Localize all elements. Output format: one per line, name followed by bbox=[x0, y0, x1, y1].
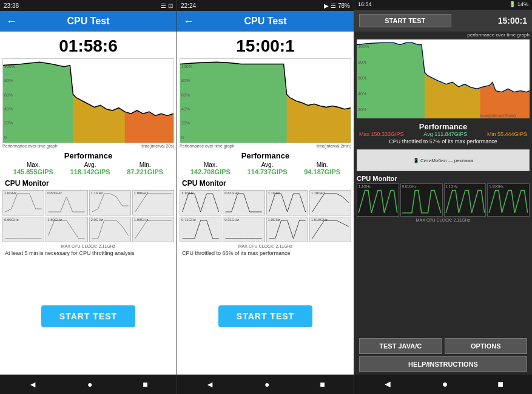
svg-text:40%: 40% bbox=[4, 106, 13, 112]
perf-row-2: Max. 142.708GIPS Avg. 114.737GIPS Min. 9… bbox=[182, 161, 349, 175]
perf-title-1: Performance bbox=[5, 151, 172, 160]
status-icons-1: ☰ ⊡ bbox=[161, 2, 173, 9]
status-bar-2: 22:24 ▶ ☰ 78% bbox=[177, 0, 354, 11]
svg-text:80%: 80% bbox=[181, 78, 190, 83]
p3-cpu-grid: 1.1GHz 0.61GHz 1.1GHz 1.10GHz bbox=[357, 183, 530, 217]
title-bar-1: ← CPU Test bbox=[0, 11, 177, 32]
p3-bottom-btns: TEST JAVA/C OPTIONS HELP/INSTRUCTIONS bbox=[354, 336, 532, 375]
cpu-monitor-title-1: CPU Monitor bbox=[0, 178, 177, 189]
options-button[interactable]: OPTIONS bbox=[445, 338, 528, 354]
timer-1: 01:58:6 bbox=[0, 32, 177, 58]
status-bar-1: 23:38 ☰ ⊡ bbox=[0, 0, 177, 11]
p3-perf-row: Max 150.333GIPS Avg 111.847GIPS Min 55.4… bbox=[359, 131, 527, 137]
nav-back-3[interactable]: ◄ bbox=[383, 379, 392, 390]
status-time-3: 16:54 bbox=[358, 1, 372, 8]
graph-labels-2: Performance over time graph time(interva… bbox=[177, 143, 354, 149]
graph-right-label-1: time(interval 20s) bbox=[141, 144, 174, 148]
cpu-monitor-grid-1: 1.0GHz 0.60GHz 1.1GHz 1.80GHz 0.60GHz 1.… bbox=[0, 189, 177, 243]
cpu-monitor-grid-2: 1.1GHz 0.61GHz 1.1GHz 1.10GHz 0.71GHz 0.… bbox=[177, 189, 354, 243]
p3-graph: 100% 80% 60% 40% 20% time(interval 2min) bbox=[357, 39, 530, 118]
p3-start-button[interactable]: START TEST bbox=[359, 14, 451, 27]
svg-text:80%: 80% bbox=[4, 78, 13, 83]
nav-bar-2: ◄ ● ■ bbox=[177, 375, 354, 394]
panel-1: 23:38 ☰ ⊡ ← CPU Test 01:58:6 100% 80% 60… bbox=[0, 0, 177, 394]
cpu-core-2-1: 1.1GHz bbox=[180, 190, 221, 216]
svg-text:0: 0 bbox=[181, 134, 184, 140]
p3-perf-area: Performance Max 150.333GIPS Avg 111.847G… bbox=[354, 120, 532, 148]
help-instructions-button[interactable]: HELP/INSTRUCTIONS bbox=[359, 356, 527, 372]
nav-home-3[interactable]: ● bbox=[442, 379, 448, 390]
p3-perf-title: Performance bbox=[359, 122, 527, 131]
start-button-1[interactable]: START TEST bbox=[41, 305, 135, 327]
p3-timer: 15:00:1 bbox=[451, 16, 528, 25]
svg-marker-10 bbox=[287, 94, 351, 143]
p3-header: START TEST 15:00:1 bbox=[354, 10, 532, 32]
svg-text:60%: 60% bbox=[4, 92, 13, 97]
throttle-msg-2: CPU throttled to 66% of its max performa… bbox=[177, 249, 354, 257]
p3-max-cpu-label: MAX CPU CLOCK: 2.11GHz bbox=[357, 217, 530, 223]
cpu-core-2-3: 1.1GHz bbox=[266, 190, 308, 216]
p3-cpu-core-2: 0.61GHz bbox=[400, 183, 443, 217]
p3-cpu-monitor: CPU Monitor 1.1GHz 0.61GHz 1.1GHz bbox=[354, 172, 532, 225]
graph-1: 100% 80% 60% 40% 20% 0 bbox=[2, 58, 174, 143]
p3-cpu-monitor-title: CPU Monitor bbox=[357, 174, 530, 183]
back-arrow-1[interactable]: ← bbox=[6, 15, 17, 28]
start-btn-container-2: START TEST bbox=[177, 257, 354, 375]
status-icons-3: 🔋 14% bbox=[509, 1, 528, 8]
cpu-core-4: 1.80GHz bbox=[132, 190, 174, 216]
cpu-core-2-5: 0.71GHz bbox=[180, 217, 221, 242]
perf-row-1: Max. 145.855GIPS Avg. 118.142GIPS Min. 8… bbox=[5, 161, 172, 175]
cpu-core-6: 1.80GHz bbox=[45, 217, 87, 242]
svg-text:100%: 100% bbox=[4, 64, 16, 69]
timer-2: 15:00:1 bbox=[177, 32, 354, 58]
svg-text:20%: 20% bbox=[181, 120, 190, 126]
panel-3: 16:54 🔋 14% START TEST 15:00:1 performan… bbox=[354, 0, 532, 394]
cpu-core-2-4: 1.10GHz bbox=[309, 190, 351, 216]
status-icons-2: ▶ ☰ 78% bbox=[324, 2, 350, 9]
svg-text:60%: 60% bbox=[181, 92, 190, 97]
cpu-core-3: 1.1GHz bbox=[89, 190, 131, 216]
perf-section-1: Performance Max. 145.855GIPS Avg. 118.14… bbox=[0, 149, 177, 178]
nav-bar-1: ◄ ● ■ bbox=[0, 375, 177, 394]
perf-section-2: Performance Max. 142.708GIPS Avg. 114.73… bbox=[177, 149, 354, 178]
test-java-button[interactable]: TEST JAVA/C bbox=[359, 338, 442, 354]
cpu-core-2-6: 0.31GHz bbox=[223, 217, 264, 242]
cpu-core-2: 0.60GHz bbox=[45, 190, 87, 216]
nav-home-2[interactable]: ● bbox=[264, 379, 269, 389]
cpu-monitor-title-2: CPU Monitor bbox=[177, 178, 354, 189]
svg-text:20%: 20% bbox=[358, 107, 367, 112]
svg-text:60%: 60% bbox=[358, 75, 367, 81]
p3-throttle-msg: CPU throttled to 57% of its max performa… bbox=[359, 137, 527, 146]
panel-2: 22:24 ▶ ☰ 78% ← CPU Test 15:00:1 100% 80… bbox=[177, 0, 354, 394]
nav-recent-2[interactable]: ■ bbox=[320, 379, 325, 389]
p3-perf-min: Min 55.444GIPS bbox=[487, 131, 527, 137]
svg-text:0: 0 bbox=[4, 134, 7, 140]
nav-home-1[interactable]: ● bbox=[87, 379, 92, 389]
p3-graph-top-label: performance over time graph bbox=[354, 32, 532, 38]
graph-labels-1: Performance over time graph time(interva… bbox=[0, 143, 177, 149]
svg-text:40%: 40% bbox=[181, 106, 190, 112]
p3-perf-max: Max 150.333GIPS bbox=[359, 131, 404, 137]
nav-recent-1[interactable]: ■ bbox=[143, 379, 147, 389]
nav-back-2[interactable]: ◄ bbox=[206, 379, 214, 389]
cpu-core-1: 1.0GHz bbox=[2, 190, 44, 216]
cpu-core-8: 1.90GHz bbox=[132, 217, 174, 242]
cpu-core-2-8: 1.016GHz bbox=[309, 217, 351, 242]
start-btn-container-1: START TEST bbox=[0, 257, 177, 375]
back-arrow-2[interactable]: ← bbox=[183, 15, 194, 28]
p3-cpu-core-3: 1.1GHz bbox=[444, 183, 487, 217]
max-cpu-label-1: MAX CPU CLOCK: 2.11GHz bbox=[0, 243, 177, 249]
perf-title-2: Performance bbox=[182, 151, 349, 160]
graph-2: 100% 80% 60% 40% 20% 0 bbox=[180, 58, 351, 143]
title-bar-2: ← CPU Test bbox=[177, 11, 354, 32]
nav-bar-3: ◄ ● ■ bbox=[354, 375, 532, 394]
p3-cpu-core-4: 1.10GHz bbox=[487, 183, 530, 217]
nav-recent-3[interactable]: ■ bbox=[497, 379, 503, 390]
start-button-2[interactable]: START TEST bbox=[218, 305, 312, 327]
svg-text:100%: 100% bbox=[181, 64, 193, 69]
title-2: CPU Test bbox=[244, 16, 287, 27]
p3-cpu-core-1: 1.1GHz bbox=[357, 183, 399, 217]
max-cpu-label-2: MAX CPU CLOCK: 2.11GHz bbox=[177, 243, 354, 249]
perf-max-1: Max. 145.855GIPS bbox=[13, 161, 53, 175]
nav-back-1[interactable]: ◄ bbox=[29, 379, 37, 389]
